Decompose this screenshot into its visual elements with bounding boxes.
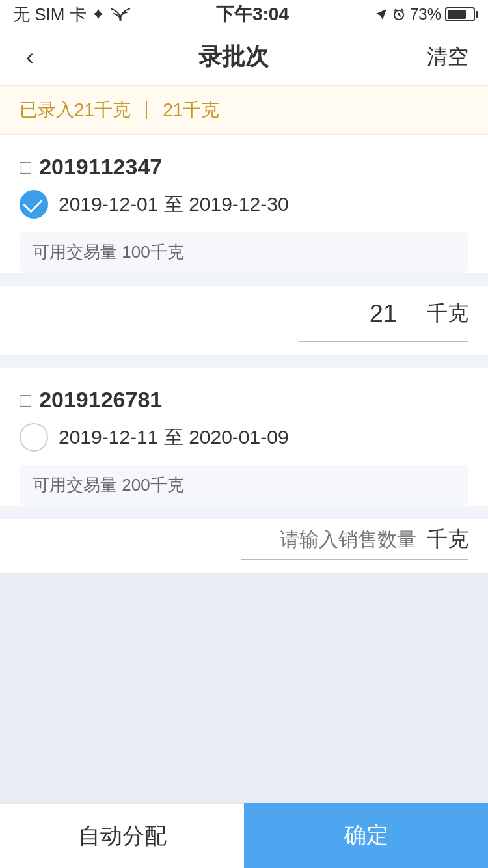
recorded-value: 21千克: [163, 98, 219, 122]
batch-1-id: 2019112347: [39, 154, 162, 180]
batch-2-radio[interactable]: [20, 423, 48, 452]
batch-2-icon: □: [20, 389, 31, 411]
sim-label: 无 SIM 卡 ✦: [13, 3, 105, 26]
battery-icon: [445, 7, 475, 21]
batch-1-qty-value: 21: [370, 300, 397, 328]
batch-2-header: □ 2019126781: [20, 387, 468, 413]
batch-1-icon: □: [20, 156, 31, 178]
batch-card-1: □ 2019112347 2019-12-01 至 2019-12-30 可用交…: [0, 135, 488, 273]
batch-2-qty-input[interactable]: [247, 528, 416, 550]
status-bar-right: 73%: [375, 5, 475, 23]
bottom-bar: 自动分配 确定: [0, 803, 488, 868]
battery-percent: 73%: [410, 5, 441, 23]
batch-1-date-range: 2019-12-01 至 2019-12-30: [59, 191, 289, 218]
recorded-label: 已录入21千克: [20, 98, 131, 122]
batch-1-available: 可用交易量 100千克: [20, 232, 468, 273]
clear-button[interactable]: 清空: [427, 43, 468, 72]
batch-1-qty-unit: 千克: [427, 299, 468, 328]
alarm-icon: [392, 7, 406, 21]
batch-1-header: □ 2019112347: [20, 154, 468, 180]
page-title: 录批次: [198, 41, 269, 73]
card-divider: [0, 355, 488, 368]
svg-line-3: [399, 15, 401, 16]
batch-1-row: 2019-12-01 至 2019-12-30: [20, 190, 468, 219]
banner-divider: [146, 101, 147, 119]
wifi-icon: [111, 7, 130, 21]
batch-card-2: □ 2019126781 2019-12-11 至 2020-01-09 可用交…: [0, 368, 488, 506]
back-button[interactable]: ‹: [20, 37, 40, 77]
empty-area: [0, 573, 488, 833]
status-bar: 无 SIM 卡 ✦ 下午3:04: [0, 0, 488, 29]
batch-1-radio[interactable]: [20, 190, 48, 219]
location-icon: [375, 8, 388, 21]
info-banner: 已录入21千克 21千克: [0, 86, 488, 135]
status-bar-left: 无 SIM 卡 ✦: [13, 3, 130, 26]
confirm-button[interactable]: 确定: [244, 803, 488, 868]
batch-1-qty-row: 21 千克: [0, 286, 488, 341]
batch-2-available: 可用交易量 200千克: [20, 465, 468, 506]
batch-2-id: 2019126781: [39, 387, 162, 413]
auto-distribute-button[interactable]: 自动分配: [0, 803, 244, 868]
batch-2-date-range: 2019-12-11 至 2020-01-09: [59, 424, 289, 451]
nav-bar: ‹ 录批次 清空: [0, 29, 488, 86]
batch-2-unit: 千克: [427, 525, 468, 554]
main-scroll: □ 2019112347 2019-12-01 至 2019-12-30 可用交…: [0, 135, 488, 868]
status-bar-time: 下午3:04: [216, 2, 289, 27]
batch-2-row: 2019-12-11 至 2020-01-09: [20, 423, 468, 452]
